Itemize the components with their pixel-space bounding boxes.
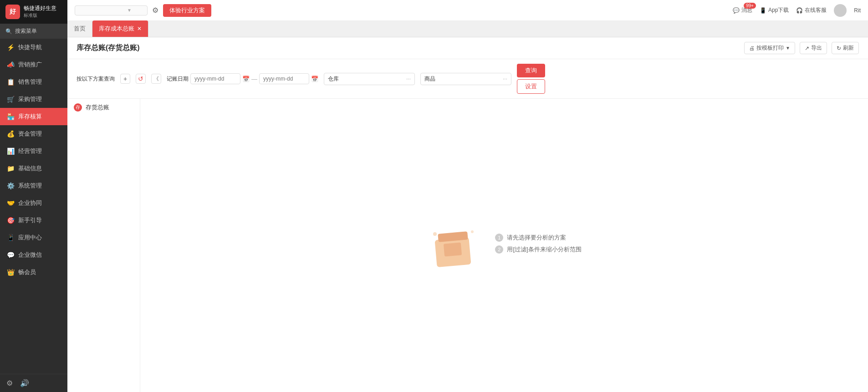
sidebar-item-label: 经营管理 — [18, 147, 42, 155]
sidebar-item-inventory[interactable]: 🏪 库存核算 — [0, 108, 67, 125]
refresh-button[interactable]: ↻ 刷新 — [832, 42, 859, 54]
messages-badge: 99+ — [744, 3, 756, 9]
goods-more-icon: ··· — [503, 76, 507, 82]
quick-nav-icon: ⚡ — [6, 44, 15, 51]
main-body: 存 存货总账 — [67, 99, 868, 392]
enterprise-icon: 🤝 — [6, 199, 15, 207]
user-avatar[interactable] — [834, 4, 847, 17]
sidebar-item-basic[interactable]: 📁 基础信息 — [0, 160, 67, 177]
sidebar-logo: 好 畅捷通好生意 标准版 — [0, 0, 67, 24]
settings-icon[interactable]: ⚙ — [6, 379, 13, 387]
topbar-search-input[interactable] — [79, 7, 124, 14]
scheme-item-label: 存货总账 — [86, 103, 109, 112]
purchase-icon: 🛒 — [6, 96, 15, 103]
goods-label: 商品 — [424, 75, 435, 83]
step-1-num: 1 — [495, 234, 503, 242]
print-button[interactable]: 🖨 按模板打印 ▼ — [744, 42, 795, 54]
content-panel: 库存总账(存货总账) 🖨 按模板打印 ▼ ↗ 导出 ↻ 刷新 按以下方案查询 — [67, 37, 868, 392]
print-label: 按模板打印 — [756, 44, 784, 52]
sidebar-item-marketing[interactable]: 📣 营销推广 — [0, 56, 67, 73]
app-download-label: App下载 — [768, 6, 789, 14]
audio-icon[interactable]: 🔊 — [20, 379, 29, 387]
filter-section: 按以下方案查询 + ↺ 《 记账日期 📅 — 📅 仓库 ··· 商品 ··· — [67, 59, 868, 99]
sidebar: 好 畅捷通好生意 标准版 🔍 搜索菜单 ⚡ 快捷导航 📣 营销推广 📋 销售管理… — [0, 0, 67, 392]
appstore-icon: 📱 — [6, 234, 15, 241]
sidebar-item-operations[interactable]: 📊 经营管理 — [0, 143, 67, 160]
sidebar-item-purchase[interactable]: 🛒 采购管理 — [0, 91, 67, 108]
sidebar-item-label: 新手引导 — [18, 216, 42, 224]
online-service-label: 在线客服 — [805, 6, 827, 14]
trial-button[interactable]: 体验行业方案 — [163, 4, 211, 17]
date-label: 记账日期 — [167, 75, 189, 83]
sidebar-item-label: 企业协同 — [18, 199, 42, 207]
marketing-icon: 📣 — [6, 61, 15, 68]
sidebar-item-system[interactable]: ⚙️ 系统管理 — [0, 177, 67, 194]
step-2-num: 2 — [495, 245, 503, 254]
search-button[interactable]: 查询 — [517, 64, 545, 77]
sidebar-item-enterprise[interactable]: 🤝 企业协同 — [0, 194, 67, 212]
sidebar-item-guide[interactable]: 🎯 新手引导 — [0, 212, 67, 229]
sidebar-item-wechat[interactable]: 💬 企业微信 — [0, 246, 67, 264]
refresh-label: 刷新 — [843, 44, 854, 52]
search-buttons: 查询 设置 — [517, 64, 545, 94]
empty-svg — [427, 218, 481, 273]
date-start-input[interactable] — [190, 73, 240, 84]
topbar-right: 💬 消息 99+ 📱 App下载 🎧 在线客服 Rit — [733, 4, 861, 17]
calendar-end-icon[interactable]: 📅 — [311, 76, 318, 82]
sidebar-item-funds[interactable]: 💰 资金管理 — [0, 125, 67, 143]
sidebar-item-label: 系统管理 — [18, 182, 42, 190]
filter-reset-button[interactable]: ↺ — [136, 74, 146, 84]
filter-collapse-button[interactable]: 《 — [151, 74, 161, 84]
date-divider: — — [251, 76, 257, 82]
calendar-start-icon[interactable]: 📅 — [242, 76, 250, 82]
empty-illustration — [427, 218, 481, 273]
sidebar-item-quick-nav[interactable]: ⚡ 快捷导航 — [0, 39, 67, 56]
topbar-search-wrap[interactable]: ▼ — [75, 5, 148, 15]
member-icon: 👑 — [6, 269, 15, 276]
warehouse-selector[interactable]: 仓库 ··· — [324, 73, 415, 85]
topbar-gear-icon[interactable]: ⚙ — [152, 6, 158, 15]
filter-add-button[interactable]: + — [120, 74, 130, 84]
sidebar-item-label: 营销推广 — [18, 61, 42, 69]
date-end-input[interactable] — [259, 73, 309, 84]
printer-icon: 🖨 — [749, 45, 755, 51]
main-area: ▼ ⚙ 体验行业方案 💬 消息 99+ 📱 App下载 🎧 在线客服 Rit 首… — [67, 0, 868, 392]
empty-step-1: 1 请先选择要分析的方案 — [495, 234, 581, 242]
step-1-text: 请先选择要分析的方案 — [507, 234, 566, 242]
funds-icon: 💰 — [6, 130, 15, 137]
scheme-item-inventory[interactable]: 存 存货总账 — [67, 99, 140, 116]
scheme-panel: 存 存货总账 — [67, 99, 140, 392]
settings-button[interactable]: 设置 — [517, 79, 545, 94]
topbar: ▼ ⚙ 体验行业方案 💬 消息 99+ 📱 App下载 🎧 在线客服 Rit — [67, 0, 868, 21]
sidebar-item-label: 应用中心 — [18, 234, 42, 242]
sidebar-item-label: 基础信息 — [18, 164, 42, 173]
filter-label: 按以下方案查询 — [77, 75, 115, 83]
tab-inventory-cost[interactable]: 库存成本总账 ✕ — [92, 20, 148, 37]
warehouse-more-icon: ··· — [406, 76, 411, 82]
sidebar-item-label: 快捷导航 — [18, 43, 42, 51]
online-service-item[interactable]: 🎧 在线客服 — [796, 6, 827, 14]
sidebar-search-label: 搜索菜单 — [15, 27, 37, 35]
sidebar-item-sales[interactable]: 📋 销售管理 — [0, 73, 67, 91]
tab-close-icon[interactable]: ✕ — [137, 25, 142, 32]
sidebar-item-appstore[interactable]: 📱 应用中心 — [0, 229, 67, 246]
goods-selector[interactable]: 商品 ··· — [420, 73, 511, 85]
app-download-item[interactable]: 📱 App下载 — [760, 6, 789, 14]
phone-icon: 📱 — [760, 7, 766, 14]
svg-point-3 — [433, 232, 437, 236]
sidebar-item-label: 销售管理 — [18, 78, 42, 86]
sidebar-bottom: ⚙ 🔊 — [0, 374, 67, 392]
topbar-dropdown-icon[interactable]: ▼ — [127, 8, 132, 13]
basic-icon: 📁 — [6, 165, 15, 172]
app-name: 畅捷通好生意 — [24, 5, 56, 12]
tab-home[interactable]: 首页 — [67, 20, 92, 37]
export-button[interactable]: ↗ 导出 — [800, 42, 827, 54]
empty-state: 1 请先选择要分析的方案 2 用[过滤]条件来缩小分析范围 — [140, 99, 868, 392]
sidebar-search[interactable]: 🔍 搜索菜单 — [0, 24, 67, 39]
export-label: 导出 — [811, 44, 822, 52]
sidebar-nav: ⚡ 快捷导航 📣 营销推广 📋 销售管理 🛒 采购管理 🏪 库存核算 💰 资金管… — [0, 39, 67, 374]
sidebar-item-member[interactable]: 👑 畅会员 — [0, 264, 67, 281]
messages-item[interactable]: 💬 消息 99+ — [733, 6, 752, 14]
headset-icon: 🎧 — [796, 7, 803, 14]
tab-home-label: 首页 — [74, 25, 86, 33]
